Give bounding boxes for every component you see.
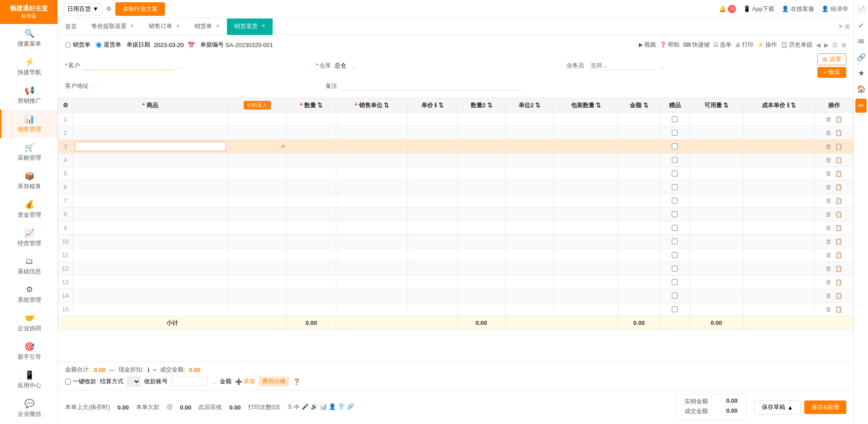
logistics-button[interactable]: + 物流 xyxy=(817,67,846,78)
right-panel-home-icon[interactable]: 🏠 xyxy=(855,83,868,95)
quantity-cell[interactable] xyxy=(287,303,336,316)
one-click-payment[interactable]: 一键收款 xyxy=(65,377,96,386)
copy-row-icon[interactable]: 📋 xyxy=(835,157,842,163)
copy-row-icon[interactable]: 📋 xyxy=(835,129,842,136)
unit2-cell[interactable] xyxy=(505,167,554,181)
icon-s[interactable]: S xyxy=(288,403,292,411)
unit-price-cell[interactable] xyxy=(408,208,457,221)
sidebar-item-sales[interactable]: 📊 销售管理 xyxy=(0,110,57,138)
unit2-cell[interactable] xyxy=(505,140,554,153)
available-cell[interactable] xyxy=(690,235,743,248)
quantity2-cell[interactable] xyxy=(457,221,505,235)
right-panel-mail-icon[interactable]: ✉ xyxy=(856,35,866,48)
amount-cell[interactable] xyxy=(618,235,660,248)
quantity2-cell[interactable] xyxy=(457,140,505,153)
pack-qty-cell[interactable] xyxy=(554,303,618,316)
col-settings[interactable]: ⚙ xyxy=(58,98,73,113)
sales-unit-cell[interactable] xyxy=(336,221,407,235)
sidebar-item-enterprise[interactable]: 🤝 企业协同 xyxy=(0,309,57,337)
right-panel-edit-icon[interactable]: ✏ xyxy=(855,99,867,113)
tab-price-setting[interactable]: 售价提取设置 ✕ xyxy=(84,19,142,35)
quantity2-cell[interactable] xyxy=(457,113,505,126)
delete-row-icon[interactable]: 🗑 xyxy=(826,279,831,286)
cost-price-cell[interactable] xyxy=(743,126,814,140)
gift-checkbox[interactable] xyxy=(672,306,678,312)
operate-btn[interactable]: ⚡ 操作 xyxy=(757,41,777,49)
online-service-item[interactable]: 👤 在线客服 xyxy=(782,5,814,13)
unit2-cell[interactable] xyxy=(505,262,554,276)
cost-price-cell[interactable] xyxy=(743,113,814,126)
unit-price-cell[interactable] xyxy=(408,194,457,208)
pack-qty-cell[interactable] xyxy=(554,289,618,303)
gift-checkbox[interactable] xyxy=(672,211,678,217)
unit2-cell[interactable] xyxy=(505,289,554,303)
icon-person[interactable]: 👤 xyxy=(329,403,336,411)
product-cell[interactable] xyxy=(73,167,228,181)
tab-sales-order-close[interactable]: ✕ xyxy=(176,23,180,29)
print-btn[interactable]: 🖨 打印 xyxy=(735,41,754,49)
unit-price-cell[interactable] xyxy=(408,167,457,181)
product-cell[interactable] xyxy=(73,276,228,289)
available-cell[interactable] xyxy=(690,167,743,181)
quantity-cell[interactable] xyxy=(287,167,336,181)
sidebar-item-system[interactable]: ⚙ 系统管理 xyxy=(0,280,57,309)
salesperson-input[interactable] xyxy=(588,61,656,70)
gift-cell[interactable] xyxy=(660,126,690,140)
cost-price-cell[interactable] xyxy=(743,221,814,235)
sidebar-item-operations[interactable]: 📈 经营管理 xyxy=(0,224,57,252)
shortcut-key-btn[interactable]: ⌨ 快捷键 xyxy=(683,41,710,49)
gift-checkbox[interactable] xyxy=(672,293,678,299)
unit-price-cell[interactable] xyxy=(408,248,457,262)
quantity-cell[interactable] xyxy=(287,194,336,208)
gear-icon[interactable]: ⚙ xyxy=(106,5,112,12)
sidebar-item-marketing[interactable]: 📢 营销推广 xyxy=(0,81,57,110)
scan-button[interactable]: 扫码录入 xyxy=(244,101,271,110)
sidebar-item-apps[interactable]: 📱 应用中心 xyxy=(0,366,57,394)
tab-price-setting-close[interactable]: ✕ xyxy=(130,23,134,29)
available-cell[interactable] xyxy=(690,221,743,235)
gift-cell[interactable] xyxy=(660,262,690,276)
available-cell[interactable] xyxy=(690,262,743,276)
tab-sales-order[interactable]: 销售订单 ✕ xyxy=(142,19,187,35)
sort-icon5[interactable]: ⇅ xyxy=(535,102,540,109)
cost-price-cell[interactable] xyxy=(743,208,814,221)
tab-sales-delivery[interactable]: 销货单 ✕ xyxy=(187,19,227,35)
unit2-cell[interactable] xyxy=(505,276,554,289)
sort-icon2[interactable]: ⇅ xyxy=(384,102,389,109)
col-scan[interactable]: 扫码录入 xyxy=(228,98,287,113)
copy-row-icon[interactable]: 📋 xyxy=(835,292,842,299)
quantity2-cell[interactable] xyxy=(457,303,505,316)
tab-home[interactable]: 首页 xyxy=(58,19,84,34)
delete-row-icon[interactable]: 🗑 xyxy=(826,306,831,313)
delete-row-icon[interactable]: 🗑 xyxy=(826,129,831,136)
account-input[interactable] xyxy=(171,377,208,386)
sales-unit-cell[interactable] xyxy=(336,140,407,153)
gift-cell[interactable] xyxy=(660,221,690,235)
sort-icon4[interactable]: ⇅ xyxy=(487,102,492,109)
available-cell[interactable] xyxy=(690,113,743,126)
quantity2-cell[interactable] xyxy=(457,126,505,140)
pack-qty-cell[interactable] xyxy=(554,113,618,126)
sales-unit-cell[interactable] xyxy=(336,248,407,262)
product-input[interactable] xyxy=(75,142,226,151)
amount-cell[interactable] xyxy=(618,221,660,235)
copy-row-icon[interactable]: 📋 xyxy=(835,252,842,258)
gift-checkbox[interactable] xyxy=(672,266,678,272)
copy-row-icon[interactable]: 📋 xyxy=(835,170,842,177)
product-cell[interactable] xyxy=(73,303,228,316)
cost-price-cell[interactable] xyxy=(743,167,814,181)
list-view-icon[interactable]: ☰ xyxy=(832,42,838,48)
settings-button[interactable]: ⚙ 设置 xyxy=(817,53,846,65)
unit2-cell[interactable] xyxy=(505,153,554,167)
gift-checkbox[interactable] xyxy=(672,198,678,204)
amount-cell[interactable] xyxy=(618,113,660,126)
amount-cell[interactable] xyxy=(618,262,660,276)
amount-cell[interactable] xyxy=(618,303,660,316)
quantity2-cell[interactable] xyxy=(457,248,505,262)
cost-price-cell[interactable] xyxy=(743,235,814,248)
quantity2-cell[interactable] xyxy=(457,262,505,276)
icon-share[interactable]: 🔗 xyxy=(347,403,354,411)
cost-price-cell[interactable] xyxy=(743,181,814,194)
delete-row-icon[interactable]: 🗑 xyxy=(826,211,831,218)
delete-row-icon[interactable]: 🗑 xyxy=(826,292,831,299)
